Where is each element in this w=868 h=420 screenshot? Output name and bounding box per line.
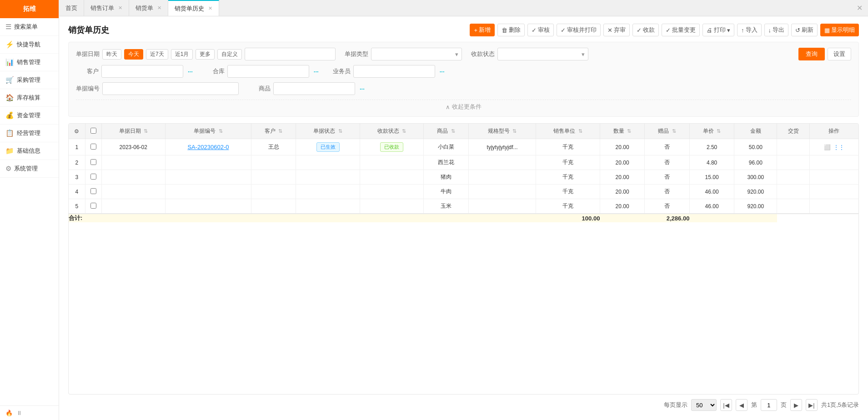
prev-page-button[interactable]: ◀ — [736, 399, 748, 411]
date-range-input[interactable]: 2023-06-02 至 2023-06-02 — [245, 48, 336, 60]
batch-change-button[interactable]: ✓ 批量变更 — [662, 24, 700, 36]
date-7days[interactable]: 近7天 — [146, 49, 168, 60]
first-page-button[interactable]: |◀ — [720, 399, 732, 411]
spec-col-header[interactable]: 规格型号 ⇅ — [468, 124, 536, 139]
sidebar-item-quick-nav[interactable]: ⚡ 快捷导航 — [0, 36, 59, 54]
show-detail-button[interactable]: ▦ 显示明细 — [820, 24, 859, 36]
row-docstatus — [296, 199, 360, 214]
sidebar-item-inventory[interactable]: 🏠 库存核算 — [0, 89, 59, 107]
abandon-button[interactable]: ✕ 弃审 — [603, 24, 630, 36]
goods-ellipsis[interactable]: ··· — [360, 85, 365, 92]
doc-no-link[interactable]: SA-20230602-0 — [187, 144, 229, 150]
collapse-button[interactable]: ∧ 收起更条件 — [76, 100, 851, 111]
add-button[interactable]: + 新增 — [470, 24, 495, 36]
sidebar-item-sys-mgmt[interactable]: ⚙ 系统管理 — [0, 160, 59, 178]
row-checkbox-input[interactable] — [90, 188, 96, 194]
tab-sales-order[interactable]: 销售订单 ✕ — [84, 0, 129, 16]
tab-sales-history-label: 销货单历史 — [175, 5, 204, 13]
next-page-button[interactable]: ▶ — [790, 399, 802, 411]
sidebar-item-purchase-mgmt[interactable]: 🛒 采购管理 — [0, 71, 59, 89]
unit-col-header[interactable]: 销售单位 ⇅ — [536, 124, 600, 139]
customer-ellipsis[interactable]: ··· — [188, 68, 193, 75]
sidebar-item-label: 搜索菜单 — [14, 23, 38, 31]
delete-button[interactable]: 🗑 删除 — [497, 24, 525, 36]
qty-col-header[interactable]: 数量 ⇅ — [600, 124, 645, 139]
sidebar-bottom-icon1[interactable]: 🔥 — [5, 410, 13, 416]
sidebar-item-sales-mgmt[interactable]: 📊 销售管理 — [0, 54, 59, 71]
row-checkbox[interactable] — [85, 155, 101, 170]
warehouse-input[interactable] — [227, 65, 309, 78]
row-checkbox[interactable] — [85, 199, 101, 214]
row-amount: 920.00 — [734, 199, 777, 214]
row-checkbox[interactable] — [85, 170, 101, 185]
import-button[interactable]: ↑ 导入 — [737, 24, 762, 36]
transaction-col-header: 交货 — [777, 124, 810, 139]
query-button[interactable]: 查询 — [798, 48, 825, 60]
customer-col-header[interactable]: 客户 ⇅ — [251, 124, 296, 139]
sidebar-item-ops-mgmt[interactable]: 📋 经营管理 — [0, 125, 59, 142]
row-unit: 千克 — [536, 139, 600, 155]
pagination: 每页显示 50 20 100 200 |◀ ◀ 第 页 ▶ ▶| 共1页,5条记… — [68, 395, 859, 413]
date-1month[interactable]: 近1月 — [171, 49, 193, 60]
row-checkbox-input[interactable] — [90, 174, 96, 180]
row-checkbox-input[interactable] — [90, 159, 96, 165]
per-page-select[interactable]: 50 20 100 200 — [691, 399, 717, 411]
gear-col-header[interactable]: ⚙ — [69, 124, 85, 139]
sidebar-item-search-menu[interactable]: ☰ 搜索菜单 — [0, 18, 59, 36]
collect-status-select[interactable] — [497, 48, 588, 60]
date-custom[interactable]: 自定义 — [217, 49, 242, 60]
select-all-checkbox[interactable] — [90, 128, 96, 134]
audit-print-button[interactable]: ✓ 审核并打印 — [557, 24, 601, 36]
collect-button[interactable]: ✓ 收款 — [632, 24, 659, 36]
doc-no-input[interactable] — [102, 82, 239, 95]
row-checkbox-input[interactable] — [90, 144, 96, 150]
row-checkbox[interactable] — [85, 139, 101, 155]
batch-change-icon: ✓ — [666, 27, 671, 34]
last-page-button[interactable]: ▶| — [806, 399, 818, 411]
tab-sales-goods-close[interactable]: ✕ — [157, 5, 161, 11]
gift-col-header[interactable]: 赠品 ⇅ — [645, 124, 690, 139]
docstatus-col-header[interactable]: 单据状态 ⇅ — [296, 124, 360, 139]
sidebar-item-finance-mgmt[interactable]: 💰 资金管理 — [0, 107, 59, 125]
tab-sales-history-close[interactable]: ✕ — [208, 5, 212, 11]
collectstatus-col-header[interactable]: 收款状态 ⇅ — [360, 124, 423, 139]
settings-button[interactable]: 设置 — [828, 48, 851, 60]
tab-sales-goods[interactable]: 销货单 ✕ — [129, 0, 168, 16]
business-input[interactable] — [353, 65, 435, 78]
warehouse-ellipsis[interactable]: ··· — [314, 68, 319, 75]
export-button[interactable]: ↓ 导出 — [764, 24, 789, 36]
tab-sales-history[interactable]: 销货单历史 ✕ — [168, 0, 219, 16]
print-button[interactable]: 🖨 打印 ▾ — [702, 24, 734, 36]
date-more[interactable]: 更多 — [196, 49, 215, 60]
business-ellipsis[interactable]: ··· — [440, 68, 445, 75]
customer-input[interactable] — [101, 65, 183, 78]
tab-sales-order-close[interactable]: ✕ — [118, 5, 122, 11]
refresh-button[interactable]: ↺ 刷新 — [791, 24, 818, 36]
price-col-header[interactable]: 单价 ⇅ — [689, 124, 734, 139]
tab-bar-close[interactable]: ✕ — [851, 4, 868, 12]
row-spec: tyjytyjytyjdf... — [468, 139, 536, 155]
sidebar-bottom-icon2[interactable]: ⏸ — [16, 410, 22, 416]
sidebar-item-basic-info[interactable]: 📁 基础信息 — [0, 142, 59, 160]
page-header: 销货单历史 + 新增 🗑 删除 ✓ 审核 ✓ 审核并打印 — [68, 24, 859, 36]
more-action[interactable]: ⋮⋮ — [833, 144, 844, 150]
page-number-input[interactable] — [761, 399, 777, 411]
tab-home[interactable]: 首页 — [59, 0, 84, 16]
goods-input[interactable] — [273, 82, 355, 95]
date-yesterday[interactable]: 昨天 — [102, 49, 121, 60]
edit-action[interactable]: ⬜ — [824, 144, 831, 150]
doc-type-select[interactable] — [371, 48, 462, 60]
docno-col-header[interactable]: 单据编号 ⇅ — [165, 124, 251, 139]
audit-button[interactable]: ✓ 审核 — [527, 24, 554, 36]
sidebar-item-label: 资金管理 — [17, 111, 40, 120]
app-logo: 拓维 — [0, 0, 59, 18]
goods-col-header[interactable]: 商品 ⇅ — [424, 124, 469, 139]
basic-info-icon: 📁 — [5, 147, 14, 155]
row-transaction — [777, 185, 810, 199]
action-col-header: 操作 — [809, 124, 858, 139]
date-today[interactable]: 今天 — [124, 49, 143, 60]
date-col-header[interactable]: 单据日期 ⇅ — [101, 124, 165, 139]
row-checkbox-input[interactable] — [90, 203, 96, 209]
row-checkbox[interactable] — [85, 185, 101, 199]
row-gift: 否 — [645, 170, 690, 185]
